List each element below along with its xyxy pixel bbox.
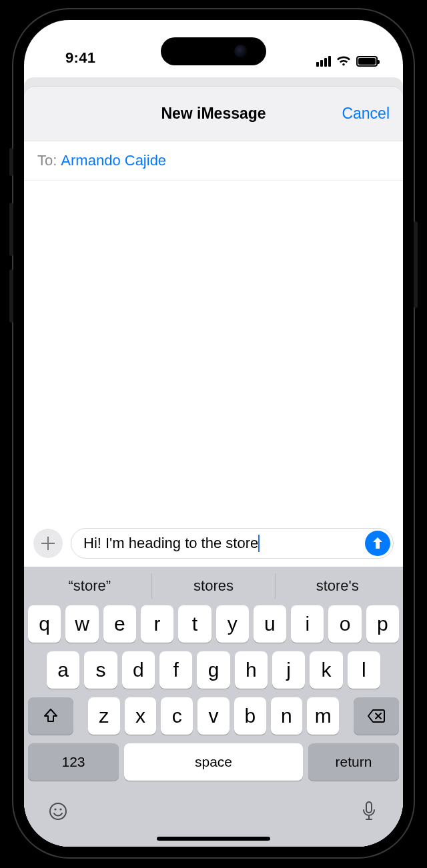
- key-l[interactable]: l: [348, 651, 380, 689]
- key-n[interactable]: n: [271, 697, 303, 735]
- key-x[interactable]: x: [125, 697, 157, 735]
- plus-button[interactable]: [33, 529, 63, 558]
- phone-frame: 9:41 New iMessage Cancel To: Armando Caj…: [12, 8, 415, 859]
- key-j[interactable]: j: [272, 651, 305, 689]
- keyboard: “store” stores store's q w e r t y u i o: [24, 567, 403, 831]
- key-r[interactable]: r: [141, 605, 173, 643]
- key-d[interactable]: d: [122, 651, 155, 689]
- wifi-icon: [336, 56, 351, 67]
- backspace-key[interactable]: [354, 697, 399, 735]
- key-u[interactable]: u: [254, 605, 286, 643]
- dynamic-island: [161, 37, 266, 65]
- emoji-icon: [48, 801, 68, 821]
- key-a[interactable]: a: [47, 651, 79, 689]
- svg-rect-3: [366, 802, 372, 813]
- numbers-key[interactable]: 123: [28, 743, 119, 781]
- key-row-4: 123 space return: [28, 743, 399, 781]
- key-e[interactable]: e: [103, 605, 136, 643]
- status-time: 9:41: [65, 49, 95, 67]
- home-indicator[interactable]: [24, 831, 403, 847]
- key-s[interactable]: s: [84, 651, 117, 689]
- cellular-icon: [316, 56, 331, 67]
- keyboard-bottom-row: [28, 789, 399, 825]
- message-text: Hi! I'm heading to the store: [83, 535, 258, 552]
- screen: 9:41 New iMessage Cancel To: Armando Caj…: [24, 20, 403, 847]
- key-row-2: a s d f g h j k l: [28, 651, 399, 689]
- key-z[interactable]: z: [88, 697, 120, 735]
- arrow-up-icon: [372, 537, 384, 550]
- key-y[interactable]: y: [216, 605, 249, 643]
- return-key[interactable]: return: [308, 743, 399, 781]
- key-i[interactable]: i: [291, 605, 324, 643]
- backspace-icon: [367, 709, 386, 723]
- emoji-key[interactable]: [47, 800, 69, 823]
- prediction-0[interactable]: “store”: [28, 573, 151, 599]
- key-h[interactable]: h: [235, 651, 268, 689]
- side-button: [9, 148, 13, 176]
- prediction-2[interactable]: store's: [276, 573, 399, 599]
- key-b[interactable]: b: [234, 697, 266, 735]
- key-v[interactable]: v: [197, 697, 230, 735]
- compose-bar: Hi! I'm heading to the store: [24, 521, 403, 567]
- prediction-1[interactable]: stores: [152, 573, 276, 599]
- key-k[interactable]: k: [310, 651, 342, 689]
- conversation-area: [24, 181, 403, 521]
- cancel-button[interactable]: Cancel: [342, 87, 390, 141]
- shift-key[interactable]: [28, 697, 73, 735]
- recipient-chip[interactable]: Armando Cajide: [61, 152, 166, 169]
- space-key[interactable]: space: [124, 743, 303, 781]
- nav-bar: New iMessage Cancel: [24, 87, 403, 141]
- key-m[interactable]: m: [307, 697, 339, 735]
- shift-icon: [43, 708, 59, 724]
- to-field[interactable]: To: Armando Cajide: [24, 141, 403, 181]
- key-w[interactable]: w: [65, 605, 98, 643]
- text-caret: [258, 535, 260, 552]
- mic-icon: [361, 801, 377, 822]
- key-row-1: q w e r t y u i o p: [28, 605, 399, 643]
- battery-icon: [356, 56, 378, 67]
- modal-sheet: New iMessage Cancel To: Armando Cajide H…: [24, 87, 403, 847]
- send-button[interactable]: [365, 531, 390, 556]
- svg-point-2: [59, 808, 61, 810]
- dictation-key[interactable]: [358, 800, 380, 823]
- key-o[interactable]: o: [328, 605, 361, 643]
- key-p[interactable]: p: [366, 605, 399, 643]
- volume-up-button: [9, 203, 13, 256]
- page-title: New iMessage: [161, 105, 266, 123]
- prediction-bar: “store” stores store's: [28, 573, 399, 599]
- key-q[interactable]: q: [28, 605, 61, 643]
- svg-point-0: [50, 803, 66, 819]
- key-g[interactable]: g: [197, 651, 230, 689]
- key-c[interactable]: c: [161, 697, 193, 735]
- to-label: To:: [37, 152, 57, 169]
- plus-icon: [41, 536, 55, 551]
- key-t[interactable]: t: [178, 605, 211, 643]
- power-button: [414, 221, 418, 308]
- key-row-3: z x c v b n m: [28, 697, 399, 735]
- svg-point-1: [54, 808, 56, 810]
- message-input[interactable]: Hi! I'm heading to the store: [71, 528, 394, 559]
- volume-down-button: [9, 269, 13, 323]
- key-f[interactable]: f: [159, 651, 192, 689]
